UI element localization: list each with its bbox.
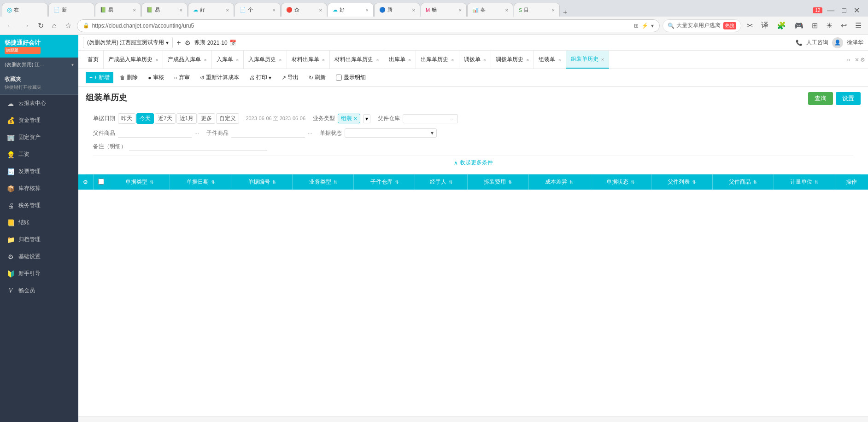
minimize-btn[interactable]: —	[824, 5, 837, 17]
browser-tab-6[interactable]: 🔴 企 ×	[281, 3, 327, 17]
table-col-child-warehouse[interactable]: 子件仓库 ⇅	[354, 174, 415, 190]
tab-transfer-history[interactable]: 调拨单历史 ×	[491, 51, 534, 69]
lightning-icon[interactable]: ⚡	[641, 23, 648, 29]
business-type-select[interactable]: ▾	[363, 114, 370, 123]
grid-btn[interactable]: ⊞	[809, 19, 821, 32]
table-col-cost-diff[interactable]: 成本差异 ⇅	[528, 174, 590, 190]
yesterday-btn[interactable]: 昨天	[118, 113, 135, 124]
export-btn[interactable]: ↗ 导出	[278, 72, 302, 83]
tab-close-icon[interactable]: ×	[322, 57, 325, 63]
dropdown-icon[interactable]: ▾	[651, 23, 654, 29]
sidebar-item-cloud-report[interactable]: ☁ 云报表中心	[0, 95, 78, 112]
audit-btn[interactable]: ● 审核	[144, 72, 167, 83]
table-col-checkbox[interactable]	[93, 174, 109, 190]
dropdown-icon[interactable]: ▾	[71, 62, 74, 67]
bookmark-btn[interactable]: ☆	[62, 19, 74, 32]
close-btn[interactable]: ✕	[851, 4, 862, 17]
sidebar-item-invoice[interactable]: 🧾 发票管理	[0, 163, 78, 180]
more-date-btn[interactable]: 更多	[198, 113, 215, 124]
add-company-btn[interactable]: +	[176, 39, 181, 47]
tag-close-btn[interactable]: ×	[354, 116, 357, 122]
tab-close-icon[interactable]: ×	[155, 57, 158, 63]
menu-btn[interactable]: ☰	[852, 19, 864, 32]
browser-tab-0[interactable]: ◎ 在	[2, 3, 48, 17]
theme-btn[interactable]: ☀	[823, 19, 835, 32]
table-col-settings[interactable]: ⚙	[78, 174, 93, 190]
tab-close-icon[interactable]: ×	[376, 57, 379, 63]
table-col-bill-date[interactable]: 单据日期 ⇅	[170, 174, 231, 190]
table-col-bill-status[interactable]: 单据状态 ⇅	[590, 174, 651, 190]
scissors-btn[interactable]: ✂	[744, 19, 756, 32]
browser-tab-8[interactable]: 🔵 腾 ×	[374, 3, 420, 17]
browser-tab-11[interactable]: S 目 ×	[514, 3, 560, 17]
tab-production-in[interactable]: 产成品入库单 ×	[163, 51, 211, 69]
qr-icon[interactable]: ⊞	[634, 23, 639, 29]
parent-goods-input[interactable]	[118, 129, 192, 138]
settings-filter-btn[interactable]: 设置	[836, 92, 861, 105]
browser-tab-2[interactable]: 📗 易 ×	[95, 3, 141, 17]
extensions-btn[interactable]: 🧩	[774, 19, 789, 32]
recalculate-btn[interactable]: ↺ 重新计算成本	[196, 72, 243, 83]
tab-close-icon[interactable]: ×	[204, 57, 206, 63]
filter-collapse-btn[interactable]: ∧ 收起更多条件	[93, 156, 853, 169]
tab-out-history[interactable]: 出库单历史 ×	[416, 51, 459, 69]
calendar-icon[interactable]: 📅	[229, 40, 236, 46]
delete-btn[interactable]: 🗑 删除	[116, 72, 141, 83]
tab-close-icon[interactable]: ×	[279, 57, 282, 63]
tab-material-out-history[interactable]: 材料出库单历史 ×	[330, 51, 384, 69]
sidebar-item-tax[interactable]: 🖨 税务管理	[0, 197, 78, 214]
scrollbar-area[interactable]	[78, 416, 868, 422]
browser-tab-1[interactable]: 📄 新	[48, 3, 94, 17]
table-col-disassemble-cost[interactable]: 拆装费用 ⇅	[467, 174, 528, 190]
undo-btn[interactable]: ↩	[838, 19, 850, 32]
sidebar-item-assets[interactable]: 🏢 固定资产	[0, 129, 78, 146]
today-btn[interactable]: 今天	[136, 113, 154, 124]
tab-in-history[interactable]: 入库单历史 ×	[244, 51, 287, 69]
sidebar-favorites[interactable]: 收藏夹 快捷键打开收藏夹	[0, 72, 78, 95]
table-col-bill-no[interactable]: 单据编号 ⇅	[231, 174, 293, 190]
forward-btn[interactable]: →	[19, 20, 32, 32]
abandon-btn[interactable]: ○ 弃审	[170, 72, 194, 83]
translate-btn[interactable]: 译	[758, 19, 771, 32]
tab-in-order[interactable]: 入库单 ×	[212, 51, 244, 69]
nav-right-btn[interactable]: ›	[848, 57, 850, 63]
parent-goods-more-btn[interactable]: ···	[194, 130, 199, 136]
tab-out-order[interactable]: 出库单 ×	[384, 51, 416, 69]
new-tab-btn[interactable]: +	[560, 8, 570, 17]
back-btn[interactable]: ←	[4, 20, 17, 32]
table-col-parent-list[interactable]: 父件列表 ⇅	[651, 174, 712, 190]
browser-search-area[interactable]: 🔍 大量安卓用户逃离 热搜	[663, 19, 741, 32]
sidebar-item-payroll[interactable]: 👷 工资	[0, 146, 78, 163]
table-col-handler[interactable]: 经手人 ⇅	[415, 174, 468, 190]
maximize-btn[interactable]: □	[839, 5, 849, 17]
sidebar-item-inventory[interactable]: 📦 库存核算	[0, 180, 78, 197]
child-goods-input[interactable]	[231, 129, 305, 138]
sidebar-item-member[interactable]: V 畅会员	[0, 282, 78, 299]
sidebar-item-finance[interactable]: 💰 资金管理	[0, 112, 78, 129]
tab-close-icon[interactable]: ×	[408, 57, 411, 63]
tab-close-icon[interactable]: ×	[451, 57, 454, 63]
query-btn[interactable]: 查询	[808, 92, 833, 105]
close-all-btn[interactable]: ✕ ⚙	[852, 57, 868, 63]
home-btn[interactable]: ⌂	[49, 20, 59, 32]
order-status-select[interactable]: ▾	[345, 128, 437, 138]
refresh-btn[interactable]: ↻ 刷新	[305, 72, 329, 83]
tab-close-icon[interactable]: ×	[601, 57, 604, 62]
select-all-checkbox[interactable]	[98, 179, 104, 185]
tab-production-in-history[interactable]: 产成品入库单历史 ×	[104, 51, 163, 69]
tab-close-icon[interactable]: ×	[558, 57, 561, 63]
week-btn[interactable]: 近7天	[155, 113, 176, 124]
refresh-browser-btn[interactable]: ↻	[35, 19, 47, 32]
table-col-bill-type[interactable]: 单据类型 ⇅	[109, 174, 170, 190]
note-input[interactable]	[129, 142, 267, 151]
print-btn[interactable]: 🖨 打印 ▾	[246, 72, 275, 83]
tab-material-out[interactable]: 材料出库单 ×	[287, 51, 330, 69]
tab-close-icon[interactable]: ×	[526, 57, 529, 63]
table-col-business-type[interactable]: 业务类型 ⇅	[293, 174, 354, 190]
browser-tab-5[interactable]: 📄 个 ×	[235, 3, 281, 17]
sidebar-item-settings[interactable]: ⚙ 基础设置	[0, 248, 78, 265]
new-btn[interactable]: + + 新增	[86, 72, 113, 83]
month-btn[interactable]: 近1月	[176, 113, 197, 124]
sidebar-item-archive[interactable]: 📁 归档管理	[0, 231, 78, 248]
show-detail-checkbox[interactable]	[336, 75, 342, 81]
